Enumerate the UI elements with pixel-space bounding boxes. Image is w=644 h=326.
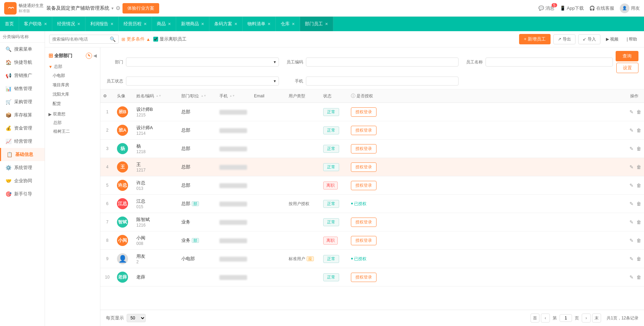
close-icon[interactable]: ✕ — [292, 22, 295, 26]
sort-dept-icon[interactable]: ▲▼ — [201, 95, 206, 97]
delete-icon[interactable]: 🗑 — [636, 219, 641, 225]
sort-phone-icon[interactable]: ▲▼ — [229, 95, 235, 97]
user-menu-button[interactable]: 👤 用友 — [620, 3, 640, 13]
edit-icon[interactable]: ✎ — [629, 127, 634, 133]
tab-history[interactable]: 经营历程✕ — [119, 17, 152, 31]
import-button[interactable]: ↙导入 — [578, 34, 600, 44]
delete-icon[interactable]: 🗑 — [636, 274, 641, 280]
tab-operation[interactable]: 经营情况✕ — [52, 17, 85, 31]
tab-employees[interactable]: 部门员工✕ — [300, 17, 333, 31]
dropdown-arrow-icon[interactable]: ▾ — [111, 6, 114, 11]
online-service-button[interactable]: 🎧 在线客服 — [589, 5, 614, 11]
dept-item-peihuo[interactable]: 配货 — [45, 99, 100, 108]
employee-search-input[interactable] — [52, 37, 108, 42]
auth-button[interactable]: 授权登录 — [351, 162, 377, 172]
delete-icon[interactable]: 🗑 — [636, 109, 641, 115]
dept-group-zongbu-title[interactable]: ▼ 总部 — [45, 62, 100, 71]
close-icon[interactable]: ✕ — [267, 22, 271, 26]
sidebar-search-input[interactable] — [3, 34, 45, 39]
auth-button[interactable]: 授权登录 — [351, 144, 377, 153]
close-icon[interactable]: ✕ — [110, 22, 114, 26]
dept-item-xiaodibu[interactable]: 小电部 — [45, 71, 100, 80]
reset-button[interactable]: 设置 — [616, 63, 638, 73]
sidebar-item-quicknav[interactable]: 🏠快捷导航 — [0, 56, 45, 69]
tab-goods[interactable]: 商品✕ — [152, 17, 176, 31]
sidebar-item-search[interactable]: 🔍搜索菜单 — [0, 43, 45, 56]
sidebar-item-operation-mgmt[interactable]: 📈经营管理 — [0, 135, 45, 148]
show-dimission-checkbox[interactable] — [153, 37, 158, 42]
tab-profit[interactable]: 利润报告✕ — [85, 17, 119, 31]
close-icon[interactable]: ✕ — [201, 22, 204, 26]
delete-icon[interactable]: 🗑 — [636, 201, 641, 206]
edit-icon[interactable]: ✎ — [629, 109, 634, 115]
add-employee-button[interactable]: + 新增员工 — [519, 34, 551, 44]
dept-group-zongbu2[interactable]: 总部 — [45, 118, 100, 127]
edit-icon[interactable]: ✎ — [629, 146, 634, 151]
tab-home[interactable]: 首页 — [0, 17, 19, 31]
sidebar-item-guide[interactable]: 🎯新手引导 — [0, 187, 45, 201]
sidebar-item-inventory[interactable]: 📦库存核算 — [0, 108, 45, 122]
last-page-button[interactable]: 末 — [592, 314, 601, 323]
message-button[interactable]: 💬 消息 5 — [538, 5, 554, 11]
auth-button[interactable]: 授权登录 — [351, 273, 377, 282]
edit-icon[interactable]: ✎ — [629, 183, 634, 188]
tab-barcode[interactable]: 条码方案✕ — [209, 17, 243, 31]
help-button[interactable]: |帮助 — [624, 35, 640, 44]
close-icon[interactable]: ✕ — [44, 22, 47, 26]
settings-icon[interactable]: ⚙ — [103, 94, 107, 98]
video-button[interactable]: ▶视频 — [603, 35, 621, 44]
filter-dept-select[interactable]: ▾ — [126, 58, 279, 67]
dept-group-shuangluxiang[interactable]: ▶ 双鹿想 — [45, 110, 100, 118]
delete-icon[interactable]: 🗑 — [636, 238, 641, 243]
edit-icon[interactable]: ✎ — [629, 201, 634, 206]
dept-item-shenyang[interactable]: 沈阳大库 — [45, 90, 100, 99]
app-download-button[interactable]: 📱 App下载 — [560, 5, 584, 11]
tab-customer[interactable]: 客户联络✕ — [19, 17, 52, 31]
sidebar-item-sales[interactable]: 📊销售管理 — [0, 82, 45, 95]
sidebar-item-marketing[interactable]: 📢营销推广 — [0, 69, 45, 82]
employee-search-icon[interactable]: 🔍 — [110, 36, 116, 42]
tab-bom[interactable]: 物料清单✕ — [243, 17, 276, 31]
auth-button[interactable]: 授权登录 — [351, 107, 377, 117]
sidebar-item-finance[interactable]: 💰资金管理 — [0, 122, 45, 135]
auth-button[interactable]: 授权登录 — [351, 218, 377, 227]
first-page-button[interactable]: 首 — [530, 314, 539, 323]
delete-icon[interactable]: 🗑 — [636, 256, 641, 262]
edit-icon[interactable]: ✎ — [629, 238, 634, 243]
filter-empname-input[interactable] — [486, 58, 613, 67]
dept-collapse-icon[interactable]: ◀ — [93, 53, 97, 58]
edit-icon[interactable]: ✎ — [629, 164, 634, 170]
auth-button[interactable]: 授权登录 — [351, 236, 377, 245]
dept-edit-button[interactable]: ✎ — [86, 53, 92, 59]
sort-name-icon[interactable]: ▲▼ — [156, 95, 161, 97]
dept-item-project[interactable]: 项目库房 — [45, 80, 100, 90]
delete-icon[interactable]: 🗑 — [636, 127, 641, 133]
dept-group-zhishu[interactable]: 植树王二 — [45, 127, 100, 136]
delete-icon[interactable]: 🗑 — [636, 164, 641, 170]
close-icon[interactable]: ✕ — [77, 22, 80, 26]
sidebar-item-system[interactable]: ⚙️系统管理 — [0, 161, 45, 174]
export-button[interactable]: ↗导出 — [553, 34, 575, 44]
query-button[interactable]: 查询 — [616, 51, 638, 61]
show-dimission-checkbox-area[interactable]: 显示离职员工 — [153, 36, 187, 42]
sidebar-item-basic-info[interactable]: 📋基础信息 — [0, 148, 45, 161]
auth-button[interactable]: 授权登录 — [351, 181, 377, 190]
tab-new-goods[interactable]: 新增商品✕ — [176, 17, 209, 31]
close-icon[interactable]: ✕ — [144, 22, 147, 26]
filter-phone-input[interactable] — [306, 77, 459, 86]
filter-empstatus-select[interactable]: ▾ — [126, 77, 279, 86]
delete-icon[interactable]: 🗑 — [636, 146, 641, 151]
edit-icon[interactable]: ✎ — [629, 256, 634, 262]
auth-button[interactable]: 授权登录 — [351, 126, 377, 135]
trial-button[interactable]: 体验行业方案 — [123, 3, 159, 14]
delete-icon[interactable]: 🗑 — [636, 183, 641, 188]
more-filter-button[interactable]: ⊞ 更多条件 ▲ — [121, 36, 151, 42]
close-icon[interactable]: ✕ — [325, 22, 328, 26]
tab-warehouse[interactable]: 仓库✕ — [276, 17, 300, 31]
close-icon[interactable]: ✕ — [168, 22, 171, 26]
edit-icon[interactable]: ✎ — [629, 274, 634, 280]
gear-icon[interactable]: ⚙ — [116, 5, 120, 11]
page-size-select[interactable]: 50 100 — [127, 314, 146, 322]
page-input[interactable] — [560, 314, 572, 322]
prev-page-button[interactable]: ‹ — [541, 314, 550, 323]
